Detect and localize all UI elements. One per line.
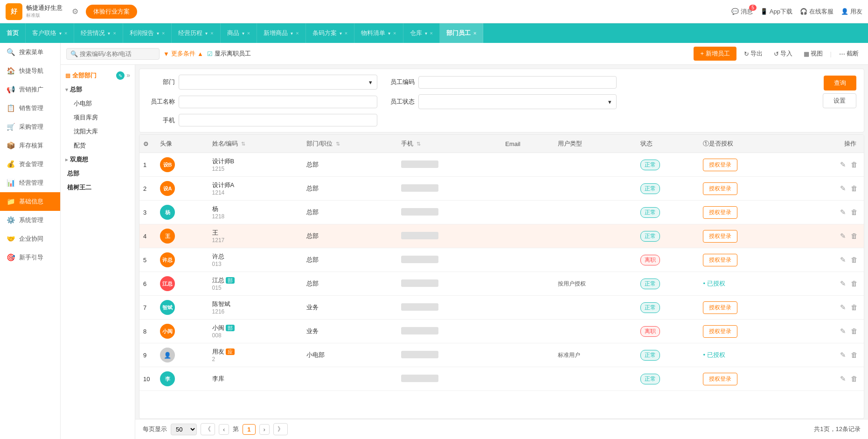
nav-tab-新增商品[interactable]: 新增商品 ▾ ×	[257, 23, 306, 43]
reset-button[interactable]: 设置	[823, 93, 856, 108]
delete-button[interactable]: 🗑	[851, 208, 858, 216]
nav-tab-物料清单[interactable]: 物料清单 ▾ ×	[354, 23, 403, 43]
delete-button[interactable]: 🗑	[851, 279, 858, 287]
tab-close-icon[interactable]: ×	[430, 30, 433, 36]
sidebar-item-资金管理[interactable]: 💰资金管理	[0, 155, 60, 174]
dept-edit-button[interactable]: ✎	[116, 71, 125, 80]
next-page-btn[interactable]: ›	[259, 424, 270, 435]
prev-page-btn[interactable]: ‹	[219, 424, 229, 435]
delete-button[interactable]: 🗑	[851, 184, 858, 192]
edit-button[interactable]: ✎	[840, 327, 846, 335]
auth-login-button[interactable]: 授权登录	[703, 325, 737, 338]
tab-close-icon[interactable]: ×	[162, 30, 165, 36]
col-dept-position[interactable]: 部门/职位 ⇅	[303, 135, 397, 153]
more-button[interactable]: ⋯ 截断	[835, 48, 862, 60]
dept-item-项目库房[interactable]: 项目库房	[61, 111, 135, 125]
auth-login-button[interactable]: 授权登录	[703, 206, 737, 219]
sidebar-item-新手引导[interactable]: 🎯新手引导	[0, 248, 60, 267]
nav-tab-利润报告[interactable]: 利润报告 ▾ ×	[123, 23, 172, 43]
edit-button[interactable]: ✎	[840, 160, 846, 168]
dept-group-总部[interactable]: 总部	[61, 167, 135, 181]
auth-login-button[interactable]: 授权登录	[703, 254, 737, 266]
nav-tab-条码方案[interactable]: 条码方案 ▾ ×	[306, 23, 354, 43]
sidebar-item-快捷导航[interactable]: 🏠快捷导航	[0, 62, 60, 80]
settings-icon[interactable]: ⚙	[72, 7, 78, 16]
sidebar-item-企业协同[interactable]: 🤝企业协同	[0, 230, 60, 248]
emp-code-input[interactable]	[418, 76, 617, 89]
nav-tab-部门员工[interactable]: 部门员工 ×	[440, 23, 483, 43]
add-employee-button[interactable]: + 新增员工	[694, 47, 736, 61]
nav-tab-商品[interactable]: 商品 ▾ ×	[221, 23, 257, 43]
dept-select[interactable]: ▾	[179, 75, 377, 90]
sidebar-item-基础信息[interactable]: 📁基础信息	[0, 192, 60, 211]
sidebar-item-销售管理[interactable]: 📋销售管理	[0, 99, 60, 118]
nav-tab-仓库[interactable]: 仓库 ▾ ×	[403, 23, 440, 43]
sidebar-item-库存核算[interactable]: 📦库存核算	[0, 136, 60, 155]
tab-close-icon[interactable]: ×	[473, 30, 476, 36]
nav-tab-经营历程[interactable]: 经营历程 ▾ ×	[172, 23, 220, 43]
tab-close-icon[interactable]: ×	[296, 30, 299, 36]
delete-button[interactable]: 🗑	[851, 351, 858, 359]
message-action[interactable]: 💬 消息 5	[731, 7, 753, 16]
sidebar-item-经营管理[interactable]: 📊经营管理	[0, 174, 60, 192]
tab-close-icon[interactable]: ×	[247, 30, 250, 36]
view-button[interactable]: ▦ 视图	[800, 48, 826, 60]
auth-login-button[interactable]: 授权登录	[703, 159, 737, 171]
phone-input[interactable]	[179, 114, 377, 126]
user-action[interactable]: 👤 用友	[841, 7, 862, 16]
tab-close-icon[interactable]: ×	[393, 30, 396, 36]
dept-item-沈阳大库[interactable]: 沈阳大库	[61, 125, 135, 139]
edit-button[interactable]: ✎	[840, 303, 846, 311]
delete-button[interactable]: 🗑	[851, 375, 858, 383]
export-button[interactable]: ↻ 导出	[740, 48, 766, 60]
sidebar-item-采购管理[interactable]: 🛒采购管理	[0, 118, 60, 136]
dept-item-配货[interactable]: 配货	[61, 139, 135, 153]
auth-login-button[interactable]: 授权登录	[703, 301, 737, 314]
delete-button[interactable]: 🗑	[851, 256, 858, 264]
auth-login-button[interactable]: 授权登录	[703, 182, 737, 195]
auth-login-button[interactable]: 授权登录	[703, 373, 737, 385]
delete-button[interactable]: 🗑	[851, 160, 858, 168]
tab-close-icon[interactable]: ×	[64, 30, 67, 36]
tab-close-icon[interactable]: ×	[113, 30, 116, 36]
edit-button[interactable]: ✎	[840, 232, 846, 240]
col-settings[interactable]: ⚙	[139, 135, 156, 153]
app-download-action[interactable]: 📱 App下载	[760, 7, 792, 16]
nav-tab-客户联络[interactable]: 客户联络 ▾ ×	[26, 23, 74, 43]
col-phone[interactable]: 手机 ⇅	[397, 135, 501, 153]
import-button[interactable]: ↺ 导入	[770, 48, 796, 60]
nav-tab-首页[interactable]: 首页	[0, 23, 26, 43]
auth-login-button[interactable]: 授权登录	[703, 230, 737, 243]
first-page-btn[interactable]: 《	[201, 423, 215, 435]
dept-collapse-button[interactable]: »	[126, 71, 130, 80]
dept-group-双鹿想[interactable]: ▸ 双鹿想	[61, 153, 135, 167]
edit-button[interactable]: ✎	[840, 184, 846, 192]
edit-button[interactable]: ✎	[840, 279, 846, 287]
edit-button[interactable]: ✎	[840, 208, 846, 216]
edit-button[interactable]: ✎	[840, 256, 846, 264]
dept-group-植树王二[interactable]: 植树王二	[61, 181, 135, 195]
more-filter-button[interactable]: ▼ 更多条件 ▲	[163, 49, 203, 58]
query-button[interactable]: 查询	[824, 76, 856, 91]
online-service-action[interactable]: 🎧 在线客服	[800, 7, 833, 16]
status-select[interactable]: ▾	[418, 94, 617, 109]
tab-close-icon[interactable]: ×	[210, 30, 213, 36]
delete-button[interactable]: 🗑	[851, 303, 858, 311]
last-page-btn[interactable]: 》	[273, 423, 288, 435]
edit-button[interactable]: ✎	[840, 351, 846, 359]
sidebar-item-搜索菜单[interactable]: 🔍搜索菜单	[0, 43, 60, 62]
dept-group-总部[interactable]: ▾ 总部	[61, 83, 135, 97]
sidebar-item-系统管理[interactable]: ⚙️系统管理	[0, 211, 60, 230]
col-name-code[interactable]: 姓名/编码 ⇅	[208, 135, 303, 153]
show-resigned-toggle[interactable]: ☑ 显示离职员工	[207, 49, 251, 58]
trial-button[interactable]: 体验行业方案	[86, 5, 137, 19]
tab-close-icon[interactable]: ×	[345, 30, 347, 36]
search-input[interactable]	[80, 50, 150, 57]
per-page-select[interactable]: 50 100	[171, 424, 197, 435]
dept-item-小电部[interactable]: 小电部	[61, 97, 135, 111]
delete-button[interactable]: 🗑	[851, 232, 858, 240]
emp-name-input[interactable]	[179, 96, 377, 108]
sidebar-item-营销推广[interactable]: 📢营销推广	[0, 80, 60, 99]
nav-tab-经营情况[interactable]: 经营情况 ▾ ×	[74, 23, 123, 43]
delete-button[interactable]: 🗑	[851, 327, 858, 335]
